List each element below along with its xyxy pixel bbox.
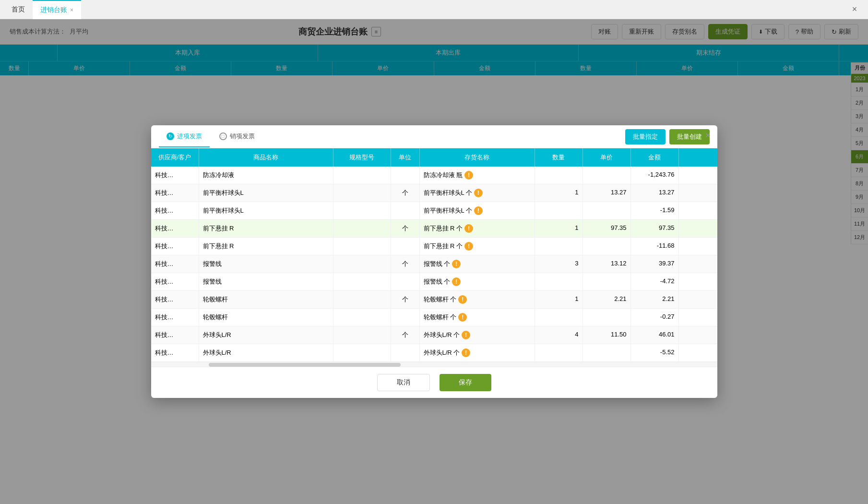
table-row: 科技… 报警线 个 报警线 个 ! 3 13.12 39.37 — [151, 255, 717, 273]
td-unit-price — [583, 238, 631, 255]
tab-home[interactable]: 首页 — [4, 0, 33, 19]
th-quantity: 数量 — [535, 148, 583, 167]
td-unit-price — [583, 344, 631, 361]
td-inventory-name: 前平衡杆球头L 个 ! — [420, 184, 535, 202]
th-amount: 金额 — [631, 148, 679, 167]
table-row: 科技… 外球头L/R 个 外球头L/R 个 ! 4 11.50 46.01 — [151, 326, 717, 344]
td-supplier: 科技… — [151, 326, 199, 344]
td-supplier: 科技… — [151, 273, 199, 290]
th-supplier: 供应商/客户 — [151, 148, 199, 167]
td-spec — [333, 167, 391, 184]
td-amount: 46.01 — [631, 326, 679, 344]
th-unit-price: 单价 — [583, 148, 631, 167]
warning-icon: ! — [458, 313, 467, 322]
table-row: 科技… 前下悬挂 R 前下悬挂 R 个 ! -11.68 — [151, 238, 717, 255]
td-spec — [333, 326, 391, 344]
cancel-button[interactable]: 取消 — [377, 374, 430, 391]
td-unit-price: 11.50 — [583, 326, 631, 344]
warning-icon: ! — [462, 348, 470, 357]
td-unit-price: 2.21 — [583, 291, 631, 308]
td-supplier: 科技… — [151, 220, 199, 237]
td-spec — [333, 220, 391, 237]
td-spec — [333, 309, 391, 326]
td-unit — [391, 273, 420, 290]
modal-close-button[interactable]: × — [705, 131, 711, 140]
warning-icon: ! — [464, 224, 473, 233]
td-unit — [391, 238, 420, 255]
modal-scrollbar-thumb[interactable] — [209, 363, 401, 367]
th-product-name: 商品名称 — [199, 148, 333, 167]
modal-scrollbar[interactable] — [151, 362, 717, 367]
td-unit-price: 13.12 — [583, 255, 631, 273]
td-inventory-name: 外球头L/R 个 ! — [420, 344, 535, 361]
tab-bar: 首页 进销台账 × × — [0, 0, 868, 19]
tab-input-invoice[interactable]: ↻ 进项发票 — [159, 126, 210, 147]
sales-invoice-icon: □ — [219, 132, 227, 140]
warning-icon: ! — [474, 206, 483, 215]
table-row: 科技… 防冻冷却液 防冻冷却液 瓶 ! -1,243.76 — [151, 167, 717, 184]
td-product-name: 报警线 — [199, 273, 333, 290]
sales-invoice-label: 销项发票 — [230, 132, 255, 141]
td-amount: 97.35 — [631, 220, 679, 237]
td-quantity — [535, 238, 583, 255]
td-unit: 个 — [391, 255, 420, 273]
td-product-name: 前平衡杆球头L — [199, 202, 333, 219]
modal-dialog: ↻ 进项发票 □ 销项发票 批量指定 批量创建 × — [151, 125, 717, 398]
td-amount: -1,243.76 — [631, 167, 679, 184]
td-supplier: 科技… — [151, 167, 199, 184]
th-unit: 单位 — [391, 148, 420, 167]
td-supplier: 科技… — [151, 202, 199, 219]
td-amount: -5.52 — [631, 344, 679, 361]
td-unit: 个 — [391, 291, 420, 308]
td-product-name: 前下悬挂 R — [199, 238, 333, 255]
batch-assign-button[interactable]: 批量指定 — [625, 129, 666, 144]
modal-table: 供应商/客户 商品名称 规格型号 单位 存货名称 数量 — [151, 148, 717, 367]
save-button[interactable]: 保存 — [440, 374, 491, 391]
td-product-name: 外球头L/R — [199, 344, 333, 361]
td-product-name: 轮毂螺杆 — [199, 309, 333, 326]
td-product-name: 报警线 — [199, 255, 333, 273]
warning-icon: ! — [458, 295, 467, 304]
td-supplier: 科技… — [151, 309, 199, 326]
modal-table-body: 科技… 防冻冷却液 防冻冷却液 瓶 ! -1,243.76 科技… 前平衡杆球头… — [151, 167, 717, 362]
window-close-button[interactable]: × — [845, 0, 864, 19]
tab-close-icon[interactable]: × — [70, 7, 73, 13]
td-unit: 个 — [391, 184, 420, 202]
modal-header: ↻ 进项发票 □ 销项发票 批量指定 批量创建 × — [151, 125, 717, 148]
td-inventory-name: 前下悬挂 R 个 ! — [420, 238, 535, 255]
td-product-name: 外球头L/R — [199, 326, 333, 344]
table-row: 科技… 轮毂螺杆 轮毂螺杆 个 ! -0.27 — [151, 309, 717, 326]
td-supplier: 科技… — [151, 255, 199, 273]
td-quantity — [535, 273, 583, 290]
td-product-name: 防冻冷却液 — [199, 167, 333, 184]
tab-current-label: 进销台账 — [40, 6, 67, 14]
td-inventory-name: 前平衡杆球头L 个 ! — [420, 202, 535, 219]
td-spec — [333, 202, 391, 219]
td-quantity: 1 — [535, 184, 583, 202]
tab-current[interactable]: 进销台账 × — [33, 0, 81, 19]
td-unit — [391, 202, 420, 219]
td-quantity: 3 — [535, 255, 583, 273]
td-spec — [333, 344, 391, 361]
main-content: 销售成本计算方法： 月平均 商贸企业进销台账 ≡ 对账 重新开账 存货别名 生成… — [0, 19, 868, 504]
td-spec — [333, 255, 391, 273]
td-quantity: 1 — [535, 220, 583, 237]
td-quantity — [535, 202, 583, 219]
td-product-name: 轮毂螺杆 — [199, 291, 333, 308]
th-spec: 规格型号 — [333, 148, 391, 167]
td-amount: -0.27 — [631, 309, 679, 326]
td-inventory-name: 轮毂螺杆 个 ! — [420, 291, 535, 308]
td-unit-price — [583, 167, 631, 184]
tab-sales-invoice[interactable]: □ 销项发票 — [212, 126, 262, 147]
td-inventory-name: 防冻冷却液 瓶 ! — [420, 167, 535, 184]
warning-icon: ! — [452, 260, 461, 268]
modal-footer: 取消 保存 — [151, 367, 717, 398]
td-quantity: 1 — [535, 291, 583, 308]
warning-icon: ! — [464, 242, 473, 251]
td-inventory-name: 轮毂螺杆 个 ! — [420, 309, 535, 326]
input-invoice-icon: ↻ — [166, 132, 174, 140]
batch-create-button[interactable]: 批量创建 — [669, 129, 710, 144]
td-supplier: 科技… — [151, 184, 199, 202]
td-amount: 2.21 — [631, 291, 679, 308]
td-spec — [333, 184, 391, 202]
